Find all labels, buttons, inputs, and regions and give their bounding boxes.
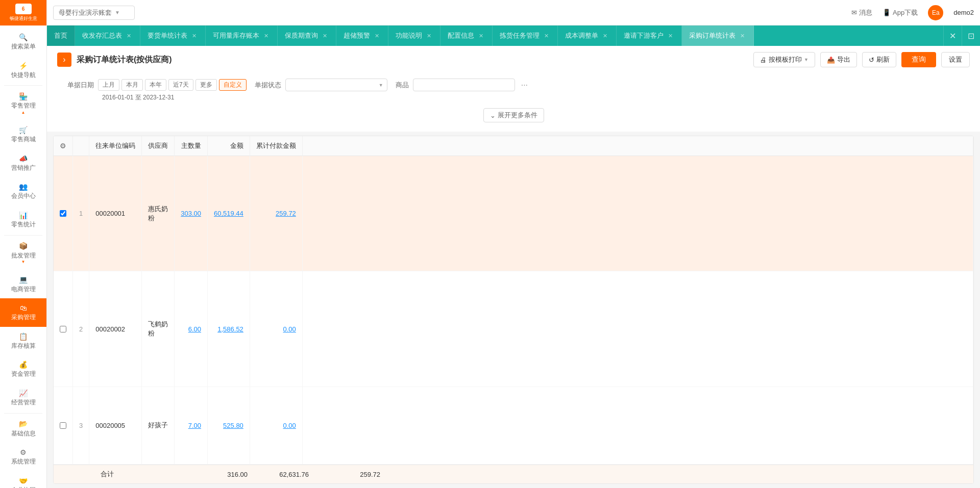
row1-quantity[interactable]: 303.00 bbox=[175, 156, 208, 271]
tab-available-inventory[interactable]: 可用量库存账本 ✕ bbox=[206, 25, 278, 46]
user-avatar[interactable]: Ea bbox=[928, 5, 943, 20]
export-btn[interactable]: 📤 导出 bbox=[820, 52, 857, 67]
goods-input[interactable] bbox=[413, 79, 515, 91]
sidebar-item-retail-mgmt[interactable]: 🏪 零售管理 ▲ bbox=[0, 87, 46, 120]
table-row[interactable]: 1 00020001 惠氏奶粉 303.00 60,519.44 259.72 bbox=[54, 156, 973, 271]
sidebar-item-system[interactable]: ⚙ 系统管理 bbox=[0, 443, 46, 471]
member-icon: 👥 bbox=[19, 182, 28, 191]
sidebar-item-retail-stats[interactable]: 📊 零售统计 bbox=[0, 206, 46, 234]
tab-order-stats[interactable]: 要货单统计表 ✕ bbox=[140, 25, 206, 46]
col-paid: 累计付款金额 bbox=[250, 136, 302, 156]
row1-checkbox-input[interactable] bbox=[60, 210, 66, 217]
row1-amount[interactable]: 60,519.44 bbox=[208, 156, 250, 271]
nav-tabs: 首页 收发存汇总表 ✕ 要货单统计表 ✕ 可用量库存账本 ✕ 保质期查询 ✕ 超… bbox=[47, 25, 980, 46]
sidebar-item-purchase[interactable]: 🛍 采购管理 bbox=[0, 298, 46, 327]
date-btn-more[interactable]: 更多 bbox=[195, 79, 217, 91]
template-print-btn[interactable]: 🖨 按模板打印 ▼ bbox=[753, 52, 815, 67]
sidebar-item-retail-shop[interactable]: 🛒 零售商城 bbox=[0, 120, 46, 149]
row2-checkbox-input[interactable] bbox=[60, 326, 66, 332]
row1-checkbox[interactable] bbox=[54, 156, 73, 271]
nav-close-btn[interactable]: ✕ bbox=[943, 25, 962, 46]
row2-amount[interactable]: 1,586.52 bbox=[208, 271, 250, 387]
filter-dots-icon[interactable]: ··· bbox=[519, 81, 530, 90]
sidebar-item-basic-info[interactable]: 📂 基础信息 bbox=[0, 415, 46, 443]
tab-purchase-stats[interactable]: 采购订单统计表 ✕ bbox=[682, 25, 754, 46]
tab-close-expiry-query[interactable]: ✕ bbox=[321, 32, 329, 40]
col-code: 往来单位编码 bbox=[89, 136, 142, 156]
topbar: 母婴行业演示账套 ▼ ✉ 消息 📱 App下载 Ea demo2 bbox=[47, 0, 980, 25]
tab-close-purchase-stats[interactable]: ✕ bbox=[739, 32, 746, 40]
main-area: 母婴行业演示账套 ▼ ✉ 消息 📱 App下载 Ea demo2 首页 收发存汇… bbox=[47, 0, 980, 488]
tab-overstock-warning[interactable]: 超储预警 ✕ bbox=[336, 25, 388, 46]
export-label: 导出 bbox=[837, 55, 850, 64]
row3-checkbox[interactable] bbox=[54, 387, 73, 464]
tab-close-order-stats[interactable]: ✕ bbox=[190, 32, 198, 40]
row2-quantity[interactable]: 6.00 bbox=[175, 271, 208, 387]
table-footer: 合计 316.00 62,631.76 259.72 bbox=[54, 465, 973, 483]
tab-cost-adjust[interactable]: 成本调整单 ✕ bbox=[558, 25, 617, 46]
message-btn[interactable]: ✉ 消息 bbox=[851, 8, 872, 17]
status-select[interactable] bbox=[285, 79, 387, 91]
tab-close-inventory-summary[interactable]: ✕ bbox=[125, 32, 133, 40]
sidebar-item-finance[interactable]: 💰 资金管理 bbox=[0, 355, 46, 383]
sidebar-item-purchase-label: 采购管理 bbox=[11, 314, 36, 322]
tab-close-config-info[interactable]: ✕ bbox=[477, 32, 485, 40]
query-btn[interactable]: 查询 bbox=[901, 52, 936, 67]
sidebar-item-wholesale[interactable]: 📦 批发管理 ▼ bbox=[0, 237, 46, 270]
row2-checkbox[interactable] bbox=[54, 271, 73, 387]
filter-bar: 单据日期 上月 本月 本年 近7天 bbox=[57, 73, 970, 132]
app-download-btn[interactable]: 📱 App下载 bbox=[883, 8, 918, 17]
table-row[interactable]: 3 00020005 好孩子 7.00 525.80 0.00 bbox=[54, 387, 973, 464]
tab-close-invite-downstream[interactable]: ✕ bbox=[667, 32, 674, 40]
warehouse-label: 母婴行业演示账套 bbox=[59, 8, 112, 17]
tab-close-overstock-warning[interactable]: ✕ bbox=[373, 32, 381, 40]
tab-close-function-desc[interactable]: ✕ bbox=[425, 32, 433, 40]
date-btn-this-month[interactable]: 本月 bbox=[121, 79, 143, 91]
sidebar-item-quicknav[interactable]: ⚡ 快捷导航 bbox=[0, 56, 46, 85]
row3-amount[interactable]: 525.80 bbox=[208, 387, 250, 464]
row3-quantity[interactable]: 7.00 bbox=[175, 387, 208, 464]
table-settings-icon[interactable]: ⚙ bbox=[60, 142, 66, 150]
row3-checkbox-input[interactable] bbox=[60, 422, 66, 429]
tab-expiry-query[interactable]: 保质期查询 ✕ bbox=[278, 25, 336, 46]
toggle-sidebar-btn[interactable]: › bbox=[57, 53, 71, 67]
sidebar-item-search[interactable]: 🔍 搜索菜单 bbox=[0, 28, 46, 56]
sidebar-item-marketing[interactable]: 📣 营销推广 bbox=[0, 149, 46, 177]
sidebar-item-ecommerce[interactable]: 💻 电商管理 bbox=[0, 270, 46, 299]
settings-label: 设置 bbox=[949, 56, 962, 63]
tab-config-info[interactable]: 配置信息 ✕ bbox=[440, 25, 493, 46]
row1-supplier: 惠氏奶粉 bbox=[142, 156, 175, 271]
row2-paid[interactable]: 0.00 bbox=[250, 271, 302, 387]
date-btn-this-year[interactable]: 本年 bbox=[145, 79, 166, 91]
tab-close-pick-task[interactable]: ✕ bbox=[543, 32, 550, 40]
row3-paid[interactable]: 0.00 bbox=[250, 387, 302, 464]
sidebar: 6 畅捷通好生意 🔍 搜索菜单 ⚡ 快捷导航 🏪 零售管理 ▲ 🛒 零售商城 📣… bbox=[0, 0, 47, 488]
logo-text: 畅捷通好生意 bbox=[10, 15, 37, 22]
sidebar-item-operation[interactable]: 📈 经营管理 bbox=[0, 383, 46, 412]
date-quick-btns: 上月 本月 本年 近7天 更多 bbox=[98, 79, 247, 91]
table-row[interactable]: 2 00020002 飞鹤奶粉 6.00 1,586.52 0.00 bbox=[54, 271, 973, 387]
sidebar-item-member[interactable]: 👥 会员中心 bbox=[0, 177, 46, 206]
date-custom-badge[interactable]: 自定义 bbox=[219, 79, 247, 91]
tab-inventory-summary[interactable]: 收发存汇总表 ✕ bbox=[75, 25, 140, 46]
nav-maximize-btn[interactable]: ⊡ bbox=[962, 25, 980, 46]
tab-pick-task[interactable]: 拣货任务管理 ✕ bbox=[493, 25, 558, 46]
expand-more-btn[interactable]: ⌄ 展开更多条件 bbox=[483, 108, 544, 122]
sidebar-item-inventory[interactable]: 📋 库存核算 bbox=[0, 327, 46, 355]
warehouse-selector[interactable]: 母婴行业演示账套 ▼ bbox=[53, 6, 135, 20]
tab-invite-downstream[interactable]: 邀请下游客户 ✕ bbox=[617, 25, 682, 46]
refresh-btn[interactable]: ↺ 刷新 bbox=[862, 52, 896, 67]
tab-close-available-inventory[interactable]: ✕ bbox=[262, 32, 270, 40]
date-btn-last-month[interactable]: 上月 bbox=[98, 79, 119, 91]
row1-paid[interactable]: 259.72 bbox=[250, 156, 302, 271]
tab-function-desc-label: 功能说明 bbox=[396, 31, 422, 40]
tab-home[interactable]: 首页 bbox=[47, 25, 75, 46]
tab-close-cost-adjust[interactable]: ✕ bbox=[601, 32, 609, 40]
tab-function-desc[interactable]: 功能说明 ✕ bbox=[388, 25, 440, 46]
sidebar-item-basic-info-label: 基础信息 bbox=[11, 430, 36, 438]
footer-paid: 259.72 bbox=[315, 471, 386, 478]
settings-btn[interactable]: 设置 bbox=[941, 52, 970, 67]
date-btn-7days[interactable]: 近7天 bbox=[168, 79, 193, 91]
sidebar-item-collab[interactable]: 🤝 企业协同 bbox=[0, 471, 46, 488]
goods-filter-group: 商品 ··· bbox=[396, 79, 530, 91]
